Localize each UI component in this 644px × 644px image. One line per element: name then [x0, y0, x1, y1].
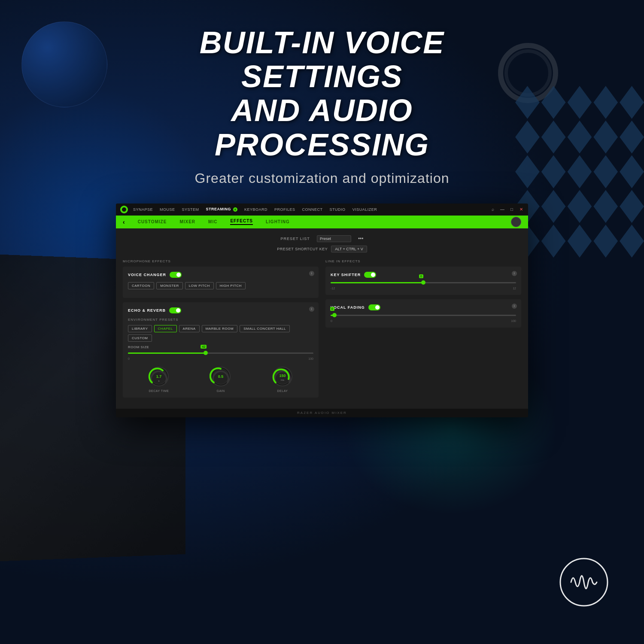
vocal-fading-max: 100: [511, 319, 516, 322]
room-size-value-bubble: 42: [201, 345, 207, 349]
nav-synapse[interactable]: SYNAPSE: [133, 207, 153, 212]
key-shifter-slider-container: 0 -12 12: [331, 282, 516, 290]
voice-changer-presets: CARTOON MONSTER LOW PITCH HIGH PITCH: [128, 282, 313, 289]
vocal-fading-title: VOCAL FADING: [331, 305, 365, 310]
tab-mic[interactable]: MIC: [208, 219, 217, 224]
delay-knob-svg: 150 ms: [271, 365, 294, 388]
env-arena-btn[interactable]: ARENA: [179, 325, 200, 332]
tab-effects[interactable]: EFFECTS: [230, 219, 253, 225]
tab-mixer[interactable]: MIXER: [179, 219, 195, 224]
app-footer: RAZER AUDIO MIXER: [116, 409, 528, 417]
voice-cartoon-btn[interactable]: CARTOON: [128, 282, 154, 289]
tab-back-button[interactable]: ‹: [123, 219, 125, 225]
title-bar: SYNAPSE MOUSE SYSTEM STREAMING 0 KEYBOAR…: [116, 204, 528, 216]
delay-label: DELAY: [277, 389, 288, 392]
preset-list-label: PRESET LIST: [281, 237, 310, 241]
tab-customize[interactable]: CUSTOMIZE: [138, 219, 167, 224]
footer-text: RAZER AUDIO MIXER: [297, 411, 347, 415]
key-shifter-value-bubble: 0: [419, 274, 423, 278]
key-shifter-toggle[interactable]: [364, 272, 376, 278]
preset-more-button[interactable]: •••: [358, 236, 364, 242]
key-shifter-range: -12 12: [331, 287, 516, 290]
microphone-effects-col: MICROPHONE EFFECTS VOICE CHANGER CARTOON: [123, 259, 319, 402]
preset-dropdown[interactable]: Preset: [317, 235, 351, 242]
key-shifter-thumb[interactable]: 0: [421, 280, 425, 285]
shortcut-bar: PRESET SHORTCUT KEY ALT + CTRL + V: [123, 246, 521, 252]
delay-knob[interactable]: 150 ms: [271, 365, 294, 388]
decay-time-knob[interactable]: 1.7 s: [148, 365, 170, 388]
nav-keyboard[interactable]: KEYBOARD: [244, 207, 267, 212]
app-window: SYNAPSE MOUSE SYSTEM STREAMING 0 KEYBOAR…: [116, 204, 528, 417]
echo-reverb-header: ECHO & REVERB: [128, 307, 313, 313]
preset-bar: PRESET LIST Preset •••: [123, 235, 521, 242]
room-size-track[interactable]: 42: [128, 352, 313, 354]
main-content: BUILT-IN VOICE SETTINGS AND AUDIO PROCES…: [0, 0, 644, 417]
key-shifter-info-icon[interactable]: i: [512, 271, 517, 276]
vocal-fading-info-icon[interactable]: i: [512, 304, 517, 309]
vocal-fading-toggle[interactable]: [368, 304, 380, 310]
vocal-fading-thumb[interactable]: 0: [332, 313, 337, 317]
nav-visualizer[interactable]: VISUALIZER: [352, 207, 377, 212]
nav-studio[interactable]: STUDIO: [330, 207, 346, 212]
nav-streaming[interactable]: STREAMING 0: [206, 207, 238, 212]
echo-reverb-card: ECHO & REVERB ENVIRONMENT PRESETS LIBRAR…: [123, 302, 319, 398]
key-shifter-max: 12: [513, 287, 516, 290]
shortcut-key-label: PRESET SHORTCUT KEY: [277, 247, 328, 251]
voice-highpitch-btn[interactable]: HIGH PITCH: [216, 282, 246, 289]
env-presets-label: ENVIRONMENT PRESETS: [128, 318, 313, 322]
decay-time-knob-item: 1.7 s DECAY TIME: [148, 365, 170, 392]
room-size-min: 0: [128, 357, 130, 360]
key-shifter-fill: [331, 282, 423, 283]
voice-lowpitch-btn[interactable]: LOW PITCH: [185, 282, 214, 289]
room-size-max: 100: [308, 357, 313, 360]
nav-mouse[interactable]: MOUSE: [160, 207, 175, 212]
voice-changer-card: VOICE CHANGER CARTOON MONSTER LOW PITCH …: [123, 267, 319, 298]
vocal-fading-range: 0 100: [331, 319, 516, 322]
vocal-fading-value-bubble: 0: [330, 307, 334, 311]
svg-text:1.7: 1.7: [156, 374, 162, 379]
key-shifter-min: -12: [331, 287, 335, 290]
line-in-effects-col: LINE IN EFFECTS KEY SHIFTER: [325, 259, 521, 402]
gain-knob-svg: 0.5: [210, 365, 232, 388]
tab-bar: ‹ CUSTOMIZE MIXER MIC EFFECTS LIGHTING: [116, 216, 528, 228]
echo-reverb-info-icon[interactable]: i: [309, 307, 314, 312]
nav-system[interactable]: SYSTEM: [182, 207, 199, 212]
env-custom-btn[interactable]: CUSTOM: [128, 334, 152, 342]
decay-knob-svg: 1.7 s: [148, 365, 170, 388]
voice-changer-toggle[interactable]: [170, 272, 182, 278]
hero-subtitle: Greater customization and optimization: [195, 170, 450, 186]
voice-changer-info-icon[interactable]: i: [309, 271, 314, 276]
echo-reverb-toggle[interactable]: [169, 307, 181, 313]
svg-text:0.5: 0.5: [218, 374, 224, 379]
env-library-btn[interactable]: LIBRARY: [128, 325, 152, 332]
env-marble-btn[interactable]: MARBLE ROOM: [202, 325, 238, 332]
nav-profiles[interactable]: PROFILES: [274, 207, 295, 212]
knobs-row: 1.7 s DECAY TIME: [128, 365, 313, 392]
env-chapel-btn[interactable]: CHAPEL: [154, 325, 177, 332]
key-shifter-track[interactable]: 0: [331, 282, 516, 283]
key-shifter-header: KEY SHIFTER: [331, 272, 516, 278]
key-shifter-card: KEY SHIFTER 0: [325, 267, 521, 295]
voice-monster-btn[interactable]: MONSTER: [156, 282, 183, 289]
brand-logo: [558, 556, 610, 610]
maximize-button[interactable]: □: [509, 207, 514, 212]
search-icon[interactable]: ⌕: [490, 207, 495, 212]
vocal-fading-track[interactable]: 0: [331, 315, 516, 316]
vocal-fading-min: 0: [331, 319, 332, 322]
env-presets-buttons: LIBRARY CHAPEL ARENA MARBLE ROOM SMALL C…: [128, 325, 313, 342]
room-size-range: 0 100: [128, 357, 313, 360]
user-avatar[interactable]: [511, 217, 521, 227]
gain-knob[interactable]: 0.5: [210, 365, 232, 388]
room-size-thumb[interactable]: 42: [204, 351, 208, 355]
vocal-fading-card: VOCAL FADING 0: [325, 299, 521, 328]
tab-lighting[interactable]: LIGHTING: [266, 219, 290, 224]
hero-title: BUILT-IN VOICE SETTINGS AND AUDIO PROCES…: [129, 26, 515, 162]
gain-knob-item: 0.5 GAIN: [210, 365, 232, 392]
minimize-button[interactable]: —: [500, 207, 505, 212]
key-shifter-title: KEY SHIFTER: [331, 273, 361, 277]
nav-connect[interactable]: CONNECT: [302, 207, 323, 212]
env-concert-btn[interactable]: SMALL CONCERT HALL: [240, 325, 290, 332]
close-button[interactable]: ✕: [519, 207, 524, 212]
voice-changer-header: VOICE CHANGER: [128, 272, 313, 278]
effects-grid: MICROPHONE EFFECTS VOICE CHANGER CARTOON: [123, 259, 521, 402]
